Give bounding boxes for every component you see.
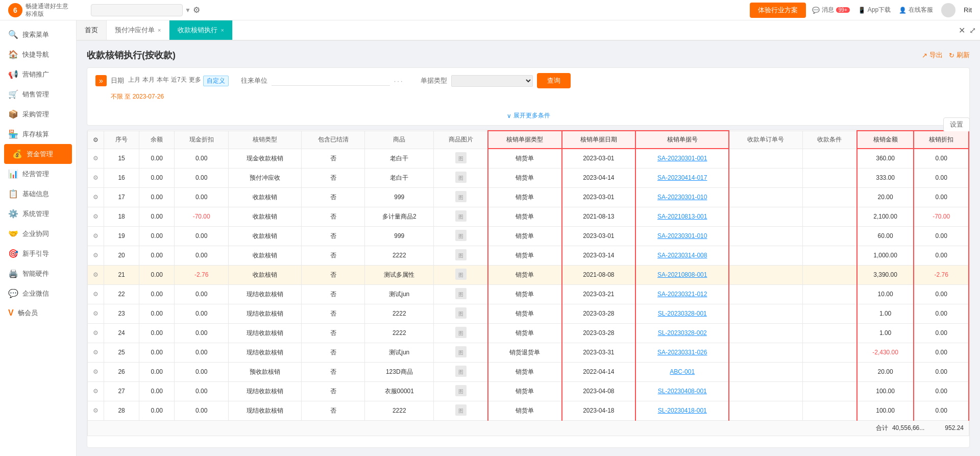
tab-prepayment[interactable]: 预付冲应付单 × <box>107 20 169 40</box>
cell-bill-no[interactable]: SA-20230414-017 <box>635 168 729 187</box>
svg-text:图: 图 <box>458 253 463 258</box>
bill-no-link[interactable]: SL-20230328-001 <box>658 310 707 317</box>
filter-collapse-button[interactable]: » <box>95 75 107 86</box>
bill-no-link[interactable]: SA-20210813-001 <box>657 213 707 220</box>
cell-balance: 0.00 <box>139 265 175 284</box>
gear-cell: ⚙ <box>88 226 104 246</box>
refresh-button[interactable]: ↻ 刷新 <box>949 51 970 60</box>
cell-bill-no[interactable]: SA-20230301-010 <box>635 226 729 246</box>
cell-writeoff-amount: 100.00 <box>857 401 914 420</box>
sidebar-item-basicinfo[interactable]: 📋 基础信息 <box>0 184 76 204</box>
bill-no-link[interactable]: SA-20230414-017 <box>657 174 707 181</box>
gear-cell: ⚙ <box>88 401 104 420</box>
cell-receipt-condition <box>802 323 857 343</box>
sidebar-item-collab[interactable]: 🤝 企业协同 <box>0 224 76 244</box>
sidebar-item-purchase[interactable]: 📦 采购管理 <box>0 104 76 124</box>
cell-bill-no[interactable]: SA-20210813-001 <box>635 207 729 226</box>
bill-no-link[interactable]: SA-20230331-026 <box>657 349 707 356</box>
messages-badge: 99+ <box>836 7 850 13</box>
settings-button[interactable]: 设置 <box>943 117 970 132</box>
sidebar-item-inventory[interactable]: 🏪 库存核算 <box>0 124 76 144</box>
coming-unit-input[interactable] <box>272 76 390 86</box>
cell-bill-no[interactable]: SA-20230321-012 <box>635 284 729 304</box>
bill-no-link[interactable]: SA-20230301-001 <box>657 155 707 162</box>
settings-icon[interactable]: ⚙ <box>193 5 200 15</box>
footer-total-discount: 952.24 <box>945 424 964 433</box>
app-download-button[interactable]: 📱 App下载 <box>858 6 891 14</box>
sidebar-label: 营销推广 <box>22 70 49 79</box>
table-row: ⚙ 25 0.00 0.00 现结收款核销 否 测试jun 图 销货退货单 20… <box>88 343 969 362</box>
sidebar-item-newbie[interactable]: 🎯 新手引导 <box>0 244 76 263</box>
custom-date-button[interactable]: 自定义 <box>203 76 229 86</box>
sidebar-item-hardware[interactable]: 🖨️ 智能硬件 <box>0 263 76 283</box>
sidebar-item-marketing[interactable]: 📢 营销推广 <box>0 64 76 84</box>
expand-filters-button[interactable]: ∨ 展开更多条件 <box>507 111 550 120</box>
cell-bill-no[interactable]: ABC-001 <box>635 362 729 381</box>
sidebar-item-member[interactable]: V 畅会员 <box>0 303 76 323</box>
cell-bill-type: 销货单 <box>488 304 561 323</box>
order-type-select[interactable] <box>451 75 533 87</box>
bill-no-link[interactable]: SA-20230301-010 <box>657 232 707 239</box>
sidebar-item-operations[interactable]: 📊 经营管理 <box>0 164 76 184</box>
cell-no: 21 <box>104 265 139 284</box>
sidebar-item-sysadmin[interactable]: ⚙️ 系统管理 <box>0 204 76 224</box>
last-7-days-link[interactable]: 近7天 <box>171 76 187 86</box>
cell-bill-no[interactable]: SA-20210808-001 <box>635 265 729 284</box>
top-search-input[interactable] <box>91 4 183 16</box>
cell-bill-no[interactable]: SA-20230301-001 <box>635 149 729 168</box>
cell-bill-no[interactable]: SL-20230328-001 <box>635 304 729 323</box>
th-bill-no: 核销单据号 <box>635 131 729 149</box>
tab-home[interactable]: 首页 <box>77 20 107 40</box>
sidebar-item-quicknav[interactable]: 🏠 快捷导航 <box>0 44 76 64</box>
sidebar-item-search[interactable]: 🔍 搜索菜单 <box>0 25 76 44</box>
bill-no-link[interactable]: SL-20230408-001 <box>658 388 707 395</box>
coming-unit-label: 往来单位 <box>241 76 267 85</box>
cell-cash-discount: 0.00 <box>175 246 229 265</box>
total-discount-value: 952.24 <box>945 424 964 431</box>
messages-button[interactable]: 💬 消息 99+ <box>812 6 850 14</box>
last-month-link[interactable]: 上月 <box>128 76 140 86</box>
table-row: ⚙ 28 0.00 0.00 现结收款核销 否 2222 图 销货单 2023-… <box>88 401 969 420</box>
expand-icon: ∨ <box>507 112 511 119</box>
cell-bill-type: 销货单 <box>488 362 561 381</box>
more-date-link[interactable]: 更多 <box>189 76 201 86</box>
sidebar-item-wechat[interactable]: 💬 企业微信 <box>0 283 76 303</box>
cell-bill-no[interactable]: SL-20230408-001 <box>635 381 729 401</box>
gear-cell: ⚙ <box>88 168 104 187</box>
sidebar-item-sales[interactable]: 🛒 销售管理 <box>0 84 76 104</box>
export-button[interactable]: ↗ 导出 <box>922 51 943 60</box>
bill-no-link[interactable]: ABC-001 <box>670 368 695 375</box>
cell-bill-date: 2023-03-01 <box>562 187 635 207</box>
trial-button[interactable]: 体验行业方案 <box>750 3 806 18</box>
svg-text:图: 图 <box>458 330 463 336</box>
table-row: ⚙ 20 0.00 0.00 收款核销 否 2222 图 销货单 2023-03… <box>88 246 969 265</box>
this-year-link[interactable]: 本年 <box>157 76 169 86</box>
dropdown-arrow-icon[interactable]: ▼ <box>185 7 191 14</box>
cell-receipt-condition <box>802 226 857 246</box>
bill-no-link[interactable]: SA-20230301-010 <box>657 194 707 201</box>
cell-cash-discount: -70.00 <box>175 207 229 226</box>
cell-bill-no[interactable]: SA-20230331-026 <box>635 343 729 362</box>
cell-bill-no[interactable]: SL-20230418-001 <box>635 401 729 420</box>
cell-writeoff-type: 现金收款核销 <box>229 149 302 168</box>
bill-no-link[interactable]: SA-20230321-012 <box>657 291 707 298</box>
close-window-icon[interactable]: ✕ <box>959 26 965 35</box>
maximize-icon[interactable]: ⤢ <box>969 26 976 35</box>
cell-bill-no[interactable]: SA-20230314-008 <box>635 246 729 265</box>
bill-no-link[interactable]: SA-20210808-001 <box>657 271 707 278</box>
close-writeoff-tab[interactable]: × <box>220 27 224 33</box>
sidebar-item-finance[interactable]: 💰 资金管理 <box>4 144 72 164</box>
bill-no-link[interactable]: SA-20230314-008 <box>657 252 707 259</box>
close-prepayment-tab[interactable]: × <box>158 27 161 33</box>
cell-bill-no[interactable]: SA-20230301-010 <box>635 187 729 207</box>
bill-no-link[interactable]: SL-20230328-002 <box>658 329 707 337</box>
this-month-link[interactable]: 本月 <box>142 76 155 86</box>
online-service-button[interactable]: 👤 在线客服 <box>899 6 933 14</box>
cell-bill-no[interactable]: SL-20230328-002 <box>635 323 729 343</box>
query-button[interactable]: 查询 <box>537 73 571 88</box>
bill-no-link[interactable]: SL-20230418-001 <box>658 407 707 414</box>
cell-writeoff-discount: 0.00 <box>914 362 969 381</box>
th-writeoff-discount: 核销折扣 <box>914 131 969 149</box>
user-avatar[interactable] <box>941 3 955 17</box>
tab-writeoff[interactable]: 收款核销执行 × <box>169 20 232 40</box>
